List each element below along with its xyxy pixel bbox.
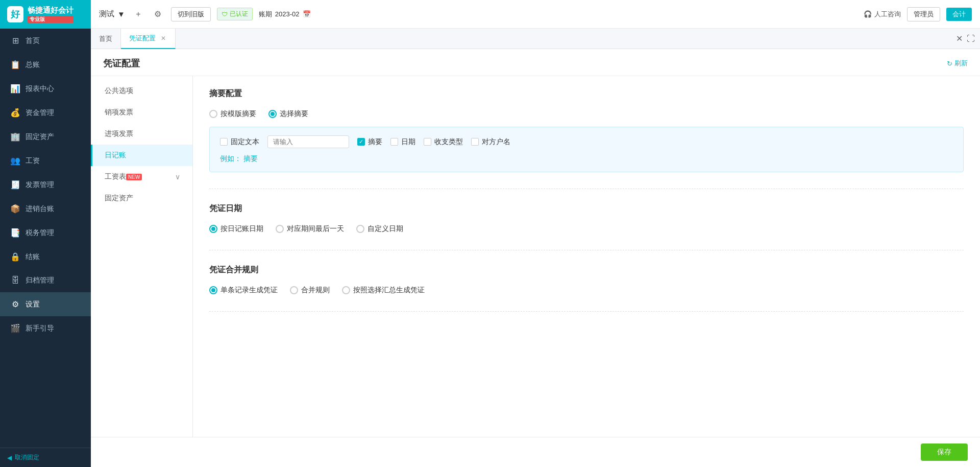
divider-2 (209, 250, 964, 250)
nav-item-payroll[interactable]: 工资表 NEW ∨ (91, 166, 192, 188)
page-content: 凭证配置 ↻ 刷新 公共选项 销项发票 进项发票 日记账 工资表 NEW (91, 49, 980, 467)
nav-item-sales[interactable]: 销项发票 (91, 102, 192, 123)
page-body: 公共选项 销项发票 进项发票 日记账 工资表 NEW ∨ 固定资产 摘要配置 (91, 76, 980, 437)
sidebar-item-trade[interactable]: 📦 进销台账 (0, 197, 91, 221)
tax-icon: 📑 (10, 228, 20, 238)
checkbox-date[interactable]: 日期 (390, 137, 415, 147)
sidebar-item-archive[interactable]: 🗄 归档管理 (0, 269, 91, 292)
nav-item-public[interactable]: 公共选项 (91, 80, 192, 102)
radio-single[interactable]: 单条记录生成凭证 (209, 286, 278, 295)
sidebar-item-capital[interactable]: 💰 资金管理 (0, 101, 91, 125)
radio-period-last-label: 对应期间最后一天 (287, 224, 344, 233)
tab-home[interactable]: 首页 (91, 29, 121, 49)
period-info: 账期 2023-02 📅 (259, 10, 311, 19)
radio-select-merge[interactable]: 按照选择汇总生成凭证 (342, 286, 425, 295)
sidebar-item-report[interactable]: 📊 报表中心 (0, 77, 91, 101)
sidebar-item-guide[interactable]: 🎬 新手引导 (0, 316, 91, 340)
radio-period-last[interactable]: 对应期间最后一天 (276, 224, 344, 233)
sidebar-item-settings[interactable]: ⚙ 设置 (0, 292, 91, 316)
company-selector[interactable]: 测试 ▼ (99, 9, 125, 19)
radio-journal-date-label: 按日记账日期 (220, 224, 263, 233)
abstract-options-row: 固定文本 摘要 日期 (220, 135, 953, 148)
sidebar-logo: 好 畅捷通好会计 专业版 (0, 0, 91, 29)
trade-icon: 📦 (10, 204, 20, 214)
consult-button[interactable]: 🎧 人工咨询 (864, 10, 901, 19)
sidebar-item-salary[interactable]: 👥 工资 (0, 149, 91, 173)
role-button[interactable]: 会计 (946, 8, 972, 21)
radio-select-merge-circle (342, 286, 350, 294)
radio-template[interactable]: 按模版摘要 (209, 109, 256, 119)
tab-close-icon[interactable]: ✕ (160, 34, 167, 43)
cancel-fixed-button[interactable]: ◀ 取消固定 (0, 448, 91, 467)
merge-section-title: 凭证合并规则 (209, 265, 964, 275)
headset-icon: 🎧 (864, 10, 872, 18)
tab-voucher-config[interactable]: 凭证配置 ✕ (121, 29, 176, 49)
close-accounts-icon: 🔒 (10, 252, 20, 262)
checkbox-abstract[interactable]: 摘要 (357, 137, 382, 147)
sidebar-label-tax: 税务管理 (26, 228, 54, 238)
topbar-right: 🎧 人工咨询 管理员 会计 (864, 7, 972, 21)
sidebar-item-invoice[interactable]: 🧾 发票管理 (0, 173, 91, 197)
settings-button[interactable]: ⚙ (151, 7, 165, 21)
radio-merge-label: 合并规则 (301, 286, 330, 295)
radio-custom-date[interactable]: 自定义日期 (356, 224, 403, 233)
archive-icon: 🗄 (10, 276, 20, 285)
save-button[interactable]: 保存 (921, 443, 968, 461)
checkbox-fixed-text[interactable]: 固定文本 (220, 137, 259, 147)
radio-journal-date-circle (209, 225, 217, 233)
radio-single-label: 单条记录生成凭证 (220, 286, 278, 295)
date-checkbox (390, 138, 398, 146)
date-radio-group: 按日记账日期 对应期间最后一天 自定义日期 (209, 224, 964, 233)
settings-icon: ⚙ (10, 299, 20, 309)
sidebar-item-asset[interactable]: 🏢 固定资产 (0, 125, 91, 149)
page-title: 凭证配置 (103, 57, 140, 69)
cancel-fixed-label: 取消固定 (15, 453, 39, 462)
divider-1 (209, 189, 964, 189)
abstract-section: 摘要配置 按模版摘要 选择摘要 (209, 88, 964, 172)
certified-badge: 🛡 已认证 (217, 8, 253, 20)
fixed-text-input[interactable] (267, 135, 349, 148)
calendar-icon[interactable]: 📅 (303, 10, 311, 18)
sidebar: 好 畅捷通好会计 专业版 ⊞ 首页 📋 总账 📊 报表中心 💰 资金管理 🏢 固… (0, 0, 91, 467)
manager-button[interactable]: 管理员 (907, 7, 940, 21)
sidebar-item-close[interactable]: 🔒 结账 (0, 245, 91, 269)
close-tab-button[interactable]: ✕ (956, 34, 963, 43)
radio-select-label: 选择摘要 (280, 109, 308, 119)
refresh-button[interactable]: ↻ 刷新 (947, 59, 968, 68)
radio-journal-date[interactable]: 按日记账日期 (209, 224, 263, 233)
chevron-icon: ∨ (175, 173, 180, 181)
tab-home-label: 首页 (99, 34, 112, 43)
sidebar-item-home[interactable]: ⊞ 首页 (0, 29, 91, 53)
example-value: 摘要 (243, 154, 258, 162)
nav-item-fixed-asset[interactable]: 固定资产 (91, 188, 192, 209)
sidebar-item-ledger[interactable]: 📋 总账 (0, 53, 91, 77)
merge-radio-group: 单条记录生成凭证 合并规则 按照选择汇总生成凭证 (209, 286, 964, 295)
date-section: 凭证日期 按日记账日期 对应期间最后一天 (209, 203, 964, 233)
sidebar-label-settings: 设置 (26, 300, 40, 309)
abstract-label: 摘要 (368, 137, 382, 147)
nav-item-purchase[interactable]: 进项发票 (91, 123, 192, 145)
radio-merge[interactable]: 合并规则 (290, 286, 330, 295)
radio-select-circle (268, 110, 277, 118)
nav-item-journal[interactable]: 日记账 (91, 145, 192, 166)
checkbox-income-type[interactable]: 收支类型 (424, 137, 463, 147)
left-nav: 公共选项 销项发票 进项发票 日记账 工资表 NEW ∨ 固定资产 (91, 76, 193, 437)
sidebar-item-tax[interactable]: 📑 税务管理 (0, 221, 91, 245)
fullscreen-button[interactable]: ⛶ (967, 34, 975, 43)
logo-text: 畅捷通好会计 专业版 (28, 6, 74, 23)
add-company-button[interactable]: + (131, 7, 145, 21)
sidebar-label-invoice: 发票管理 (26, 180, 54, 190)
checkbox-counterpart[interactable]: 对方户名 (471, 137, 510, 147)
topbar: 测试 ▼ + ⚙ 切到旧版 🛡 已认证 账期 2023-02 📅 🎧 人工咨询 … (91, 0, 980, 29)
date-label: 日期 (401, 137, 415, 147)
sidebar-label-salary: 工资 (26, 156, 40, 166)
home-icon: ⊞ (10, 36, 20, 45)
radio-template-circle (209, 110, 217, 118)
income-type-label: 收支类型 (434, 137, 463, 147)
invoice-icon: 🧾 (10, 180, 20, 190)
switch-old-version-button[interactable]: 切到旧版 (171, 7, 211, 21)
tabbar-right: ✕ ⛶ (956, 34, 980, 43)
refresh-icon: ↻ (947, 60, 952, 67)
radio-select[interactable]: 选择摘要 (268, 109, 308, 119)
merge-section: 凭证合并规则 单条记录生成凭证 合并规则 (209, 265, 964, 295)
